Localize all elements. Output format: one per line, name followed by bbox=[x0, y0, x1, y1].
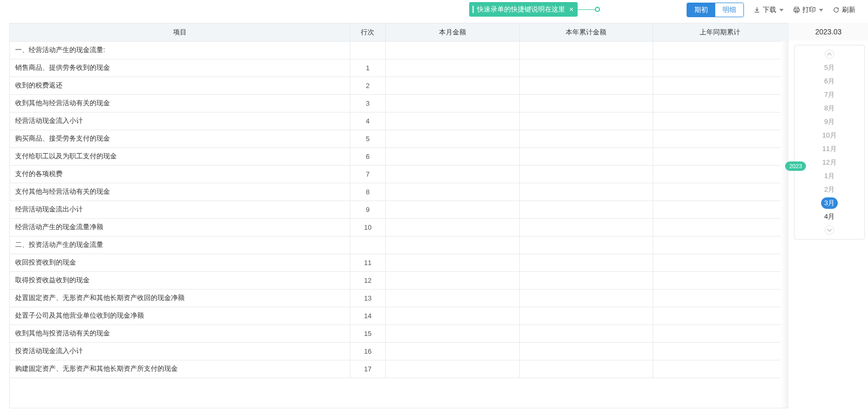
cell-prior-year[interactable] bbox=[653, 147, 787, 165]
cell-this-month[interactable] bbox=[386, 236, 519, 254]
cell-prior-year[interactable] bbox=[653, 324, 787, 342]
chevron-down-icon bbox=[819, 9, 823, 11]
table-row: 收到其他与投资活动有关的现金15 bbox=[10, 324, 787, 342]
period-month[interactable]: 11月 bbox=[796, 142, 863, 156]
cell-prior-year[interactable] bbox=[653, 94, 787, 112]
table-scroll[interactable]: 项目 行次 本月金额 本年累计金额 上年同期累计 一、经营活动产生的现金流量:销… bbox=[10, 23, 787, 408]
period-month[interactable]: 7月 bbox=[796, 88, 863, 102]
cell-ytd[interactable] bbox=[519, 218, 653, 236]
cell-this-month[interactable] bbox=[386, 112, 519, 130]
cell-this-month[interactable] bbox=[386, 59, 519, 77]
period-month-active[interactable]: 3月 bbox=[796, 196, 863, 210]
cell-ytd[interactable] bbox=[519, 77, 653, 94]
period-month[interactable]: 8月 bbox=[796, 102, 863, 115]
header-prior-year: 上年同期累计 bbox=[653, 23, 787, 41]
cell-prior-year[interactable] bbox=[653, 183, 787, 201]
cell-ytd[interactable] bbox=[519, 130, 653, 147]
cell-prior-year[interactable] bbox=[653, 41, 787, 59]
refresh-icon bbox=[833, 6, 840, 14]
period-month[interactable]: 1月 bbox=[796, 169, 863, 183]
period-scroll-up[interactable] bbox=[825, 49, 834, 59]
cell-ytd[interactable] bbox=[519, 271, 653, 289]
cell-line-no: 1 bbox=[350, 59, 386, 77]
table-header-row: 项目 行次 本月金额 本年累计金额 上年同期累计 bbox=[10, 23, 787, 41]
cell-ytd[interactable] bbox=[519, 254, 653, 271]
download-button[interactable]: 下载 bbox=[753, 5, 784, 15]
cell-this-month[interactable] bbox=[386, 289, 519, 307]
cell-this-month[interactable] bbox=[386, 41, 519, 59]
cell-item: 收回投资收到的现金 bbox=[10, 254, 350, 271]
cell-prior-year[interactable] bbox=[653, 112, 787, 130]
cell-this-month[interactable] bbox=[386, 147, 519, 165]
cell-this-month[interactable] bbox=[386, 77, 519, 94]
cell-prior-year[interactable] bbox=[653, 307, 787, 324]
header-ytd: 本年累计金额 bbox=[519, 23, 653, 41]
cell-this-month[interactable] bbox=[386, 254, 519, 271]
cell-this-month[interactable] bbox=[386, 271, 519, 289]
period-month[interactable]: 10月 bbox=[796, 129, 863, 142]
cell-item: 收到其他与投资活动有关的现金 bbox=[10, 324, 350, 342]
shortcut-tip-pill: 快速录单的快捷键说明在这里 × bbox=[469, 2, 578, 17]
print-label: 打印 bbox=[802, 5, 816, 15]
cell-this-month[interactable] bbox=[386, 165, 519, 183]
cell-prior-year[interactable] bbox=[653, 130, 787, 147]
period-scroll-down[interactable] bbox=[825, 226, 834, 235]
cell-line-no: 15 bbox=[350, 324, 386, 342]
cell-line-no: 10 bbox=[350, 218, 386, 236]
cell-ytd[interactable] bbox=[519, 59, 653, 77]
cell-prior-year[interactable] bbox=[653, 59, 787, 77]
detail-button[interactable]: 明细 bbox=[715, 3, 743, 17]
cell-prior-year[interactable] bbox=[653, 254, 787, 271]
expand-columns-button[interactable] bbox=[781, 23, 788, 408]
period-month[interactable]: 6月 bbox=[796, 74, 863, 88]
cell-this-month[interactable] bbox=[386, 342, 519, 360]
cell-ytd[interactable] bbox=[519, 94, 653, 112]
cell-this-month[interactable] bbox=[386, 94, 519, 112]
cell-ytd[interactable] bbox=[519, 41, 653, 59]
cell-prior-year[interactable] bbox=[653, 289, 787, 307]
cell-prior-year[interactable] bbox=[653, 342, 787, 360]
print-icon bbox=[793, 6, 800, 14]
cell-ytd[interactable] bbox=[519, 165, 653, 183]
cell-item: 经营活动产生的现金流量净额 bbox=[10, 218, 350, 236]
cell-prior-year[interactable] bbox=[653, 201, 787, 218]
cell-ytd[interactable] bbox=[519, 112, 653, 130]
shortcut-tip: 快速录单的快捷键说明在这里 × bbox=[469, 2, 600, 17]
cell-this-month[interactable] bbox=[386, 201, 519, 218]
cell-prior-year[interactable] bbox=[653, 360, 787, 378]
cell-item: 经营活动现金流入小计 bbox=[10, 112, 350, 130]
cell-this-month[interactable] bbox=[386, 130, 519, 147]
cell-ytd[interactable] bbox=[519, 307, 653, 324]
table-row: 经营活动产生的现金流量净额10 bbox=[10, 218, 787, 236]
cell-ytd[interactable] bbox=[519, 201, 653, 218]
refresh-button[interactable]: 刷新 bbox=[833, 5, 855, 15]
cell-ytd[interactable] bbox=[519, 324, 653, 342]
cell-ytd[interactable] bbox=[519, 183, 653, 201]
cell-prior-year[interactable] bbox=[653, 165, 787, 183]
cell-ytd[interactable] bbox=[519, 360, 653, 378]
cell-prior-year[interactable] bbox=[653, 271, 787, 289]
cell-ytd[interactable] bbox=[519, 342, 653, 360]
cell-line-no bbox=[350, 236, 386, 254]
print-button[interactable]: 打印 bbox=[793, 5, 823, 15]
period-month[interactable]: 4月 bbox=[796, 210, 863, 223]
cell-this-month[interactable] bbox=[386, 218, 519, 236]
cell-ytd[interactable] bbox=[519, 147, 653, 165]
cell-line-no: 9 bbox=[350, 201, 386, 218]
period-month[interactable]: 2月 bbox=[796, 183, 863, 196]
cell-ytd[interactable] bbox=[519, 236, 653, 254]
cell-line-no: 8 bbox=[350, 183, 386, 201]
cell-this-month[interactable] bbox=[386, 360, 519, 378]
header-this-month: 本月金额 bbox=[386, 23, 519, 41]
cell-this-month[interactable] bbox=[386, 324, 519, 342]
period-month[interactable]: 5月 bbox=[796, 61, 863, 74]
close-icon[interactable]: × bbox=[569, 2, 573, 17]
cell-prior-year[interactable] bbox=[653, 77, 787, 94]
cell-prior-year[interactable] bbox=[653, 218, 787, 236]
period-begin-button[interactable]: 期初 bbox=[687, 3, 715, 17]
cell-this-month[interactable] bbox=[386, 307, 519, 324]
period-month[interactable]: 9月 bbox=[796, 115, 863, 129]
cell-this-month[interactable] bbox=[386, 183, 519, 201]
cell-ytd[interactable] bbox=[519, 289, 653, 307]
cell-prior-year[interactable] bbox=[653, 236, 787, 254]
